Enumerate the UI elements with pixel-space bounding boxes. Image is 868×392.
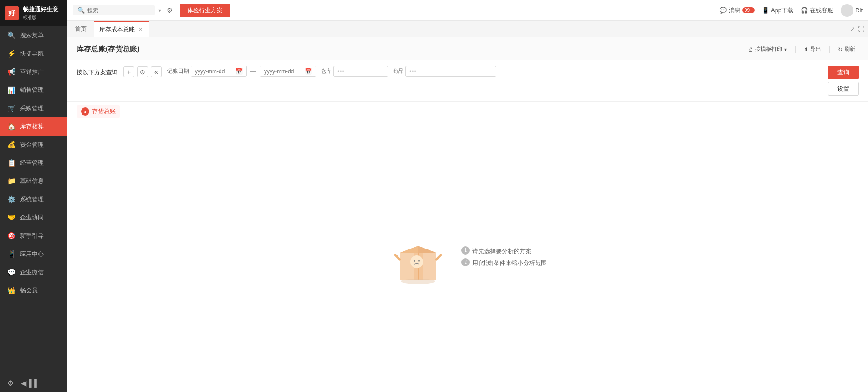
svg-point-6 bbox=[410, 255, 423, 268]
inventory-icon: 🏠 bbox=[7, 122, 15, 131]
app-title: 畅捷通好生意 bbox=[23, 5, 58, 14]
scheme-item[interactable]: ● 存货总账 bbox=[77, 105, 120, 118]
svg-point-11 bbox=[401, 279, 435, 284]
settings-button[interactable]: 设置 bbox=[828, 82, 859, 96]
print-button[interactable]: 🖨 按模板打印 ▾ bbox=[744, 44, 791, 55]
audio-icon[interactable]: ◀▐▐ bbox=[21, 379, 37, 387]
apps-icon: 📱 bbox=[7, 250, 15, 258]
settings-bottom-icon[interactable]: ⚙ bbox=[7, 379, 14, 387]
filter-actions: 查询 设置 bbox=[828, 66, 859, 96]
member-icon: 👑 bbox=[7, 286, 15, 295]
sidebar-bottom: ⚙ ◀▐▐ bbox=[0, 374, 67, 392]
product-select[interactable]: ••• bbox=[405, 66, 496, 77]
calendar-from-icon[interactable]: 📅 bbox=[235, 68, 243, 75]
sidebar-item-shortcut[interactable]: ⚡ 快捷导航 bbox=[0, 45, 67, 63]
empty-text: 1 请先选择要分析的方案 2 用[过滤]条件来缩小分析范围 bbox=[461, 245, 546, 269]
filter-settings-button[interactable]: ⊙ bbox=[137, 66, 148, 77]
system-icon: ⚙️ bbox=[7, 195, 15, 204]
svg-line-9 bbox=[395, 255, 400, 260]
divider bbox=[795, 46, 796, 53]
search-dropdown-icon[interactable]: ▾ bbox=[158, 7, 161, 14]
print-dropdown-icon: ▾ bbox=[784, 46, 787, 53]
message-icon: 💬 bbox=[720, 7, 727, 14]
purchase-icon: 🛒 bbox=[7, 104, 15, 112]
calendar-to-icon[interactable]: 📅 bbox=[305, 68, 312, 75]
empty-hint-2: 2 用[过滤]条件来缩小分析范围 bbox=[461, 257, 546, 269]
wechat-icon: 💬 bbox=[7, 268, 15, 276]
filter-label: 按以下方案查询 bbox=[77, 66, 118, 76]
empty-hint-1: 1 请先选择要分析的方案 bbox=[461, 245, 546, 257]
message-item[interactable]: 💬 消息 99+ bbox=[720, 6, 755, 15]
sidebar-item-operations[interactable]: 📋 经营管理 bbox=[0, 154, 67, 172]
finance-icon: 💰 bbox=[7, 141, 15, 149]
sidebar-item-guide[interactable]: 🎯 新手引导 bbox=[0, 227, 67, 245]
date-to-field[interactable] bbox=[264, 68, 303, 75]
sidebar-item-finance[interactable]: 💰 资金管理 bbox=[0, 136, 67, 154]
enterprise-icon: 🤝 bbox=[7, 214, 15, 222]
tab-close-icon[interactable]: ✕ bbox=[138, 25, 143, 33]
search-box[interactable]: 🔍 bbox=[73, 5, 155, 15]
export-button[interactable]: ⬆ 导出 bbox=[800, 44, 825, 55]
sidebar-item-search[interactable]: 🔍 搜索菜单 bbox=[0, 26, 67, 45]
operations-icon: 📋 bbox=[7, 159, 15, 167]
date-label: 记账日期 bbox=[167, 67, 189, 75]
date-from-field[interactable] bbox=[195, 68, 234, 75]
basic-icon: 📁 bbox=[7, 177, 15, 185]
app-badge: 标准版 bbox=[23, 15, 58, 21]
sidebar-item-enterprise[interactable]: 🤝 企业协同 bbox=[0, 209, 67, 227]
sidebar-item-system[interactable]: ⚙️ 系统管理 bbox=[0, 190, 67, 209]
warehouse-label: 仓库 bbox=[321, 67, 332, 75]
sidebar-nav: 🔍 搜索菜单 ⚡ 快捷导航 📢 营销推广 📊 销售管理 🛒 采购管理 🏠 库存核… bbox=[0, 26, 67, 374]
page-content: 库存总账(存货总账) 🖨 按模板打印 ▾ ⬆ 导出 ↻ 刷新 bbox=[67, 37, 868, 392]
trial-button[interactable]: 体验行业方案 bbox=[180, 4, 230, 17]
product-filter-group: 商品 ••• bbox=[393, 66, 496, 77]
topbar-right: 💬 消息 99+ 📱 App下载 🎧 在线客服 Rit bbox=[720, 4, 863, 17]
scheme-name: 存货总账 bbox=[92, 107, 116, 116]
settings-icon[interactable]: ⚙ bbox=[165, 5, 174, 16]
tab-inventory-ledger[interactable]: 库存成本总账 ✕ bbox=[94, 21, 149, 37]
collapse-filter-button[interactable]: « bbox=[151, 66, 162, 77]
filter-controls: 记账日期 📅 — 📅 仓库 ••• bbox=[167, 66, 822, 77]
divider2 bbox=[829, 46, 830, 53]
app-download-item[interactable]: 📱 App下载 bbox=[762, 6, 793, 15]
header-actions: 🖨 按模板打印 ▾ ⬆ 导出 ↻ 刷新 bbox=[744, 44, 859, 55]
empty-illustration bbox=[388, 228, 448, 287]
sidebar-item-member[interactable]: 👑 畅会员 bbox=[0, 281, 67, 300]
topbar: 🔍 ▾ ⚙ 体验行业方案 💬 消息 99+ 📱 App下载 🎧 在线客服 Rit bbox=[67, 0, 868, 21]
username: Rit bbox=[855, 7, 863, 14]
sidebar-item-apps[interactable]: 📱 应用中心 bbox=[0, 245, 67, 263]
tab-resize-icon[interactable]: ⤢ bbox=[850, 25, 855, 33]
svg-marker-2 bbox=[418, 246, 436, 253]
product-label: 商品 bbox=[393, 67, 403, 75]
filter-bar: 按以下方案查询 + ⊙ « 记账日期 📅 — 📅 bbox=[67, 60, 868, 102]
scheme-panel: ● 存货总账 bbox=[67, 102, 868, 122]
sales-icon: 📊 bbox=[7, 86, 15, 94]
warehouse-filter-group: 仓库 ••• bbox=[321, 66, 388, 77]
sidebar-item-purchase[interactable]: 🛒 采购管理 bbox=[0, 99, 67, 117]
sidebar-item-wechat[interactable]: 💬 企业微信 bbox=[0, 263, 67, 281]
tab-home[interactable]: 首页 bbox=[67, 21, 94, 37]
refresh-button[interactable]: ↻ 刷新 bbox=[834, 44, 859, 55]
sidebar-item-basic[interactable]: 📁 基础信息 bbox=[0, 172, 67, 190]
guide-icon: 🎯 bbox=[7, 232, 15, 240]
search-input[interactable] bbox=[87, 7, 142, 14]
query-button[interactable]: 查询 bbox=[828, 66, 859, 79]
warehouse-select[interactable]: ••• bbox=[333, 66, 388, 77]
empty-state: 1 请先选择要分析的方案 2 用[过滤]条件来缩小分析范围 bbox=[67, 122, 868, 392]
date-to-input[interactable]: 📅 bbox=[260, 66, 316, 77]
user-profile[interactable]: Rit bbox=[841, 4, 863, 17]
svg-line-10 bbox=[436, 255, 441, 260]
tab-expand-icon[interactable]: ⛶ bbox=[858, 25, 864, 33]
add-filter-button[interactable]: + bbox=[123, 66, 134, 77]
tabs-right-actions: ⤢ ⛶ bbox=[850, 25, 868, 33]
tab-bar: 首页 库存成本总账 ✕ ⤢ ⛶ bbox=[67, 21, 868, 37]
sidebar-item-marketing[interactable]: 📢 营销推广 bbox=[0, 63, 67, 81]
sidebar-item-sales[interactable]: 📊 销售管理 bbox=[0, 81, 67, 99]
empty-box-svg bbox=[388, 228, 448, 287]
date-from-input[interactable]: 📅 bbox=[191, 66, 247, 77]
main-area: 🔍 ▾ ⚙ 体验行业方案 💬 消息 99+ 📱 App下载 🎧 在线客服 Rit bbox=[67, 0, 868, 392]
scheme-icon: ● bbox=[81, 107, 89, 116]
online-service-item[interactable]: 🎧 在线客服 bbox=[801, 6, 833, 15]
page-header: 库存总账(存货总账) 🖨 按模板打印 ▾ ⬆ 导出 ↻ 刷新 bbox=[67, 37, 868, 60]
sidebar-item-inventory[interactable]: 🏠 库存核算 bbox=[0, 117, 67, 136]
